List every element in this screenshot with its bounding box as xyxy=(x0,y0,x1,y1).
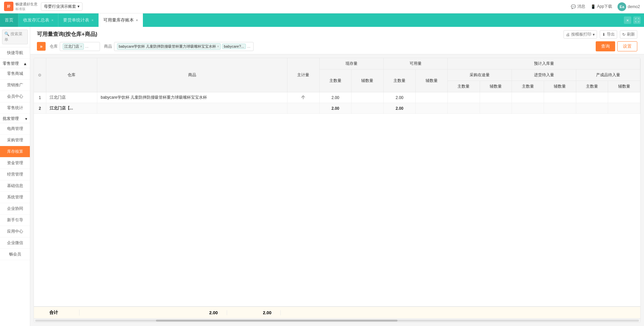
sidebar-item-marketing[interactable]: 营销推广 xyxy=(0,80,30,91)
tab-home[interactable]: 首页 xyxy=(0,13,18,27)
sidebar-item-retail-stats[interactable]: 零售统计 xyxy=(0,102,30,114)
nav-tabs-bar: 首页 收发存汇总表 × 要货单统计表 × 可用量库存账本 × × ⛶ xyxy=(0,13,644,27)
warehouse-filter-input[interactable]: 江北门店 × ... xyxy=(60,42,100,51)
row-2-cs-main: 2.00 xyxy=(319,103,352,114)
main-layout: 🔍 搜索菜单 快捷导航 零售管理 ▲ 零售商城 营销推广 会员中心 零售统计 批… xyxy=(0,27,644,326)
chevron-down-icon: ▾ xyxy=(25,117,27,121)
chevron-up-icon: ▲ xyxy=(23,61,27,66)
print-icon: 🖨 xyxy=(566,32,570,37)
industry-selector[interactable]: 母婴行业演示账套 ▾ xyxy=(41,2,83,11)
tab-receive-statistics[interactable]: 收发存汇总表 × xyxy=(18,13,58,27)
warehouse-filter-label: 仓库 xyxy=(50,44,58,49)
row-2-product xyxy=(97,103,287,114)
th-available-group: 可用量 xyxy=(383,58,447,69)
warehouse-tag-remove[interactable]: × xyxy=(80,45,82,48)
sidebar-item-newbie[interactable]: 新手引导 xyxy=(0,215,30,226)
row-2-po-sub xyxy=(480,103,512,114)
sidebar-operations-label: 经营管理 xyxy=(7,172,23,177)
settings-icon[interactable]: ⚙ xyxy=(38,73,42,78)
tab-available-inventory-close[interactable]: × xyxy=(136,18,138,22)
message-btn[interactable]: 💬 消息 xyxy=(571,4,585,9)
user-profile[interactable]: Ea demo2 xyxy=(618,2,640,11)
filter-expand-btn[interactable]: » xyxy=(37,42,46,51)
page-actions: 🖨 按模板打印 ▾ ⬇ 导出 ↻ 刷新 xyxy=(564,30,637,39)
th-prod-main: 主数量 xyxy=(576,81,608,92)
product-tag-1-text: babycare学饮杯 儿童防摔防撞吸管杯重力球吸嘴杯宝宝水杯 xyxy=(119,44,216,49)
close-all-tabs-btn[interactable]: × xyxy=(624,16,631,24)
sidebar-purchase-label: 采购管理 xyxy=(7,138,23,142)
sidebar-item-quick-nav[interactable]: 快捷导航 xyxy=(0,47,30,59)
tab-receive-statistics-close[interactable]: × xyxy=(51,18,53,22)
top-bar-right: 💬 消息 📱 App下载 Ea demo2 xyxy=(571,2,640,11)
tab-receive-statistics-label: 收发存汇总表 xyxy=(23,17,49,23)
avatar: Ea xyxy=(618,2,626,11)
row-2-pa-sub xyxy=(544,103,576,114)
app-icon: 📱 xyxy=(591,4,596,9)
warehouse-ellipsis[interactable]: ... xyxy=(85,44,89,49)
logo-main-text: 畅捷通好生意 xyxy=(15,2,38,6)
app-download-label: App下载 xyxy=(597,4,612,9)
table-head: ⚙ 仓库 商品 主计量 现存量 可用量 预计入库量 主数量 辅数量 xyxy=(34,58,640,92)
logo-icon: 好 xyxy=(4,2,13,11)
sidebar-item-system[interactable]: 系统管理 xyxy=(0,192,30,203)
product-ellipsis[interactable]: ... xyxy=(247,44,251,49)
table-row: 1 江北门店 babycare学饮杯 儿童防摔防撞吸管杯重力球吸嘴杯宝宝水杯 个… xyxy=(34,92,640,103)
sidebar-item-wechat[interactable]: 企业微信 xyxy=(0,237,30,249)
sidebar-item-basic[interactable]: 基础信息 xyxy=(0,180,30,192)
sidebar-item-inventory[interactable]: 库存核算 xyxy=(0,146,30,157)
sidebar-retail-mall-label: 零售商城 xyxy=(7,71,23,76)
sidebar-section-retail[interactable]: 零售管理 ▲ xyxy=(0,59,30,68)
sidebar-search-btn[interactable]: 🔍 搜索菜单 xyxy=(2,30,28,44)
tab-order-statistics[interactable]: 要货单统计表 × xyxy=(58,13,98,27)
settings-btn[interactable]: 设置 xyxy=(617,41,637,51)
print-template-label: 按模板打印 xyxy=(571,32,591,37)
row-1-cs-main: 2.00 xyxy=(319,92,352,103)
page-title: 可用量查询(按仓库+商品) xyxy=(37,31,97,38)
product-tag-1-remove[interactable]: × xyxy=(217,45,219,48)
row-2-cs-sub xyxy=(352,103,384,114)
top-bar-left: 好 畅捷通好生意 标准版 母婴行业演示账套 ▾ xyxy=(4,2,83,11)
horizontal-scrollbar[interactable] xyxy=(34,318,640,322)
logo-sub-label: 标准版 xyxy=(15,7,38,11)
sidebar-item-finance[interactable]: 资金管理 xyxy=(0,157,30,169)
query-btn[interactable]: 查询 xyxy=(596,41,615,51)
sidebar-section-wholesale[interactable]: 批发管理 ▾ xyxy=(0,114,30,123)
print-template-btn[interactable]: 🖨 按模板打印 ▾ xyxy=(564,30,597,39)
fullscreen-btn[interactable]: ⛶ xyxy=(633,16,641,24)
th-pa-sub: 辅数量 xyxy=(544,81,576,92)
row-2-prod-sub xyxy=(608,103,640,114)
sidebar-item-retail-mall[interactable]: 零售商城 xyxy=(0,68,30,80)
sidebar-wechat-label: 企业微信 xyxy=(7,240,23,245)
sidebar-item-enterprise[interactable]: 企业协同 xyxy=(0,203,30,215)
product-filter-input[interactable]: babycare学饮杯 儿童防摔防撞吸管杯重力球吸嘴杯宝宝水杯 × babyca… xyxy=(114,42,254,51)
header-row-1: ⚙ 仓库 商品 主计量 现存量 可用量 预计入库量 xyxy=(34,58,640,69)
sidebar-finance-label: 资金管理 xyxy=(7,160,23,165)
th-po-sub: 辅数量 xyxy=(480,81,512,92)
scrollbar-track xyxy=(35,320,639,322)
export-btn[interactable]: ⬇ 导出 xyxy=(600,30,617,39)
refresh-btn[interactable]: ↻ 刷新 xyxy=(620,30,637,39)
sidebar-item-member[interactable]: 畅会员 xyxy=(0,249,30,260)
sidebar-item-app-center[interactable]: 应用中心 xyxy=(0,226,30,237)
th-current-main: 主数量 xyxy=(319,69,352,92)
tab-order-statistics-close[interactable]: × xyxy=(91,18,93,22)
row-1-pa-main xyxy=(512,92,544,103)
sidebar: 🔍 搜索菜单 快捷导航 零售管理 ▲ 零售商城 营销推广 会员中心 零售统计 批… xyxy=(0,27,30,326)
sidebar-system-label: 系统管理 xyxy=(7,195,23,199)
sidebar-item-member-center[interactable]: 会员中心 xyxy=(0,91,30,102)
th-production-arriving-group: 产成品待入量 xyxy=(576,69,640,81)
row-2-av-sub xyxy=(416,103,448,114)
refresh-icon: ↻ xyxy=(622,32,626,37)
filter-product-group: 商品 babycare学饮杯 儿童防摔防撞吸管杯重力球吸嘴杯宝宝水杯 × bab… xyxy=(104,42,254,51)
sidebar-item-ecommerce[interactable]: 电商管理 xyxy=(0,123,30,135)
sidebar-wholesale-label: 批发管理 xyxy=(3,116,19,122)
table-scroll-area[interactable]: ⚙ 仓库 商品 主计量 现存量 可用量 预计入库量 主数量 辅数量 xyxy=(34,58,640,306)
table-row: 2 江北门店【... 2.00 2.00 xyxy=(34,103,640,114)
sidebar-item-purchase[interactable]: 采购管理 xyxy=(0,135,30,146)
product-tag-2: babycare?... xyxy=(222,44,246,49)
sidebar-item-operations[interactable]: 经营管理 xyxy=(0,169,30,180)
app-download-btn[interactable]: 📱 App下载 xyxy=(591,4,612,9)
th-planned-inbound-group: 预计入库量 xyxy=(448,58,640,69)
scrollbar-thumb[interactable] xyxy=(156,320,397,322)
tab-available-inventory[interactable]: 可用量库存账本 × xyxy=(99,13,143,27)
